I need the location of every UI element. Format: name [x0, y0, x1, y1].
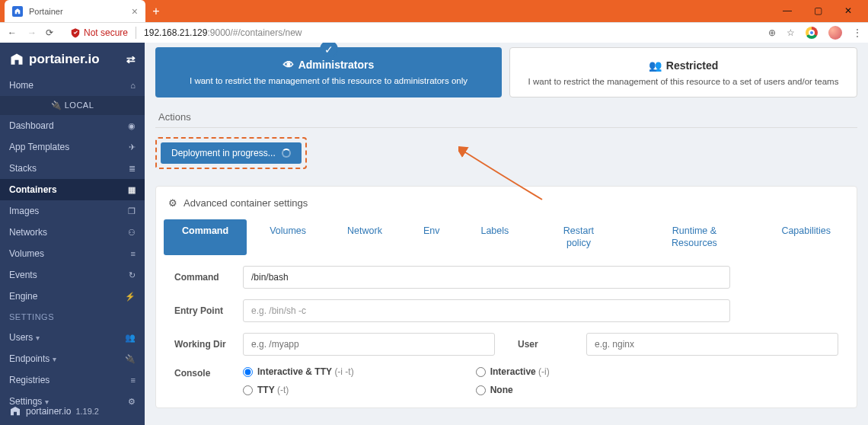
user-label: User — [518, 339, 576, 350]
sidebar-item-containers[interactable]: Containers▦ — [0, 179, 145, 200]
sidebar-item-stacks[interactable]: Stacks≣ — [0, 158, 145, 179]
tachometer-icon: ◉ — [128, 121, 136, 131]
command-label: Command — [174, 272, 232, 283]
database-icon: ≡ — [131, 375, 136, 385]
tab-network[interactable]: Network — [329, 219, 400, 255]
nav-forward-icon[interactable]: → — [26, 27, 38, 38]
chrome-icon[interactable] — [806, 27, 818, 39]
sidebar-item-volumes[interactable]: Volumes≡ — [0, 243, 145, 264]
sidebar-toggle-icon[interactable]: ⇄ — [126, 53, 136, 66]
sidebar-item-networks[interactable]: Networks⚇ — [0, 222, 145, 243]
sidebar-item-users[interactable]: Users▾👥 — [0, 327, 145, 348]
sidebar-item-endpoints[interactable]: Endpoints▾🔌 — [0, 348, 145, 369]
entrypoint-label: Entry Point — [174, 305, 232, 316]
window-controls: — ▢ ✕ — [772, 0, 863, 22]
users-icon: 👥 — [649, 59, 662, 72]
sidebar-item-images[interactable]: Images❐ — [0, 200, 145, 222]
nav-back-icon[interactable]: ← — [6, 27, 18, 38]
rocket-icon: ✈ — [129, 142, 136, 152]
check-icon: ✓ — [320, 43, 338, 59]
sidebar-item-dashboard[interactable]: Dashboard◉ — [0, 115, 145, 136]
console-option-none[interactable]: None — [476, 385, 550, 395]
sidebar-item-registries[interactable]: Registries≡ — [0, 369, 145, 391]
workdir-label: Working Dir — [174, 339, 232, 350]
user-input[interactable] — [586, 333, 838, 356]
command-input[interactable] — [243, 266, 730, 289]
url-display[interactable]: 192.168.21.129:9000/#/containers/new — [144, 27, 302, 38]
server-icon: ▦ — [128, 185, 136, 195]
security-chip[interactable]: Not secure — [70, 27, 128, 38]
browser-chrome: Portainer × + — ▢ ✕ ← → ⟳ Not secure 192… — [0, 0, 868, 43]
tab-command[interactable]: Command — [164, 219, 247, 255]
tab-capabilities[interactable]: Capabilities — [763, 219, 849, 255]
console-option-interactive[interactable]: Interactive (-i) — [476, 366, 550, 377]
sidebar-item-events[interactable]: Events↻ — [0, 264, 145, 286]
deploy-highlight: Deployment in progress... — [155, 137, 307, 169]
advanced-settings-panel: ⚙ Advanced container settings Command Vo… — [155, 186, 857, 408]
sidebar-local-header[interactable]: 🔌 LOCAL — [0, 96, 145, 115]
clone-icon: ❐ — [128, 206, 136, 216]
gear-icon: ⚙ — [168, 197, 177, 209]
annotation-arrow — [458, 146, 550, 207]
users-icon: 👥 — [125, 333, 136, 343]
deploy-button[interactable]: Deployment in progress... — [161, 142, 302, 164]
tab-restart-policy[interactable]: Restart policy — [531, 219, 625, 255]
sidebar-footer: portainer.io 1.19.2 — [9, 405, 99, 417]
th-list-icon: ≣ — [129, 164, 136, 174]
tab-close-icon[interactable]: × — [132, 5, 138, 18]
profile-avatar[interactable] — [828, 26, 842, 40]
sitemap-icon: ⚇ — [128, 228, 136, 238]
browser-menu-icon[interactable]: ⋮ — [853, 27, 862, 38]
history-icon: ↻ — [129, 270, 136, 280]
tab-title: Portainer — [29, 7, 63, 16]
actions-heading: Actions — [158, 111, 854, 123]
console-option-interactive-tty[interactable]: Interactive & TTY (-i -t) — [243, 366, 354, 377]
address-bar: ← → ⟳ Not secure 192.168.21.129:9000/#/c… — [0, 22, 868, 43]
new-tab-button[interactable]: + — [149, 5, 163, 18]
sidebar-item-apptemplates[interactable]: App Templates✈ — [0, 136, 145, 158]
tab-labels[interactable]: Labels — [462, 219, 527, 255]
access-option-administrators[interactable]: ✓ 👁Administrators I want to restrict the… — [155, 47, 502, 97]
bolt-icon: ⚡ — [125, 292, 136, 302]
access-option-restricted[interactable]: 👥Restricted I want to restrict the manag… — [509, 47, 857, 97]
eye-slash-icon: 👁 — [283, 59, 294, 71]
window-close-button[interactable]: ✕ — [833, 0, 863, 22]
plug-icon: 🔌 — [51, 101, 62, 110]
reload-icon[interactable]: ⟳ — [46, 27, 58, 38]
logo[interactable]: portainer.io ⇄ — [0, 43, 145, 75]
tab-runtime-resources[interactable]: Runtime & Resources — [630, 219, 759, 255]
home-icon: ⌂ — [130, 81, 136, 90]
zoom-icon[interactable]: ⊕ — [768, 27, 776, 38]
window-minimize-button[interactable]: — — [772, 0, 803, 22]
workdir-input[interactable] — [243, 333, 495, 356]
sidebar-item-engine[interactable]: Engine⚡ — [0, 286, 145, 307]
plug-icon: 🔌 — [125, 354, 136, 364]
sidebar-item-home[interactable]: Home ⌂ — [0, 75, 145, 96]
tab-volumes[interactable]: Volumes — [251, 219, 324, 255]
console-option-tty[interactable]: TTY (-t) — [243, 385, 354, 395]
sidebar: portainer.io ⇄ Home ⌂ 🔌 LOCAL Dashboard◉… — [0, 43, 145, 425]
window-maximize-button[interactable]: ▢ — [803, 0, 833, 22]
tab-env[interactable]: Env — [405, 219, 458, 255]
sidebar-settings-heading: SETTINGS — [0, 307, 145, 327]
browser-tab[interactable]: Portainer × — [5, 0, 145, 22]
tab-favicon — [12, 6, 23, 17]
cogs-icon: ⚙ — [128, 397, 136, 407]
console-label: Console — [174, 366, 232, 379]
entrypoint-input[interactable] — [243, 299, 730, 322]
database-icon: ≡ — [131, 249, 136, 258]
bookmark-icon[interactable]: ☆ — [787, 27, 795, 38]
spinner-icon — [282, 149, 291, 158]
